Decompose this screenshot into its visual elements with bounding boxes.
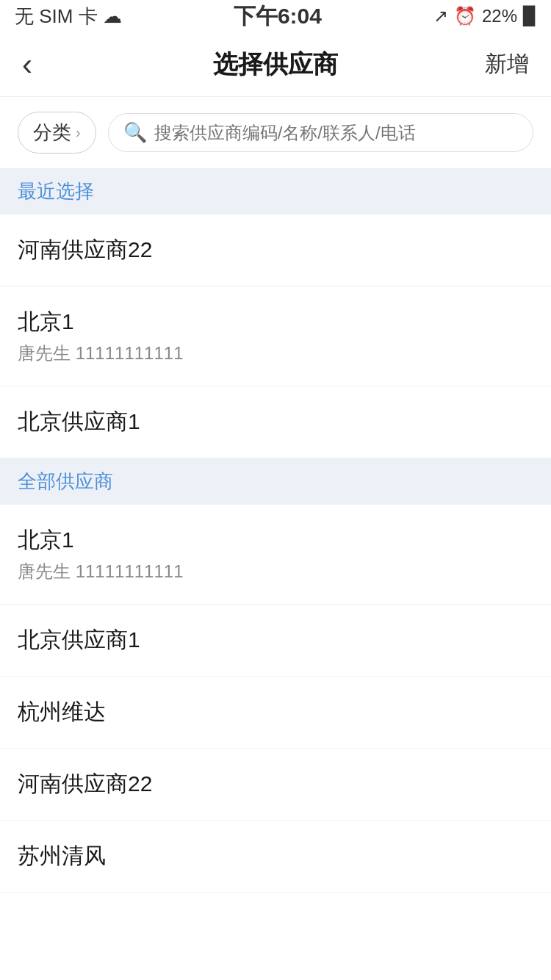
list-item[interactable]: 河南供应商22 xyxy=(0,215,551,287)
category-label: 分类 xyxy=(33,120,71,145)
search-box: 🔍 xyxy=(108,113,533,152)
item-name: 河南供应商22 xyxy=(18,769,533,799)
item-name: 北京供应商1 xyxy=(18,625,533,655)
recent-list: 河南供应商22 北京1 唐先生 11111111111 北京供应商1 xyxy=(0,215,551,458)
all-section-label: 全部供应商 xyxy=(18,470,113,492)
status-bar: 无 SIM 卡 ☁ 下午6:04 ↗ ⏰ 22% ▉ xyxy=(0,0,551,32)
nav-bar: ‹ 选择供应商 新增 xyxy=(0,32,551,97)
all-list: 北京1 唐先生 11111111111 北京供应商1 杭州维达 河南供应商22 … xyxy=(0,505,551,893)
item-name: 北京1 xyxy=(18,307,533,337)
list-item[interactable]: 北京供应商1 xyxy=(0,605,551,677)
list-item[interactable]: 杭州维达 xyxy=(0,677,551,749)
recent-section-label: 最近选择 xyxy=(18,180,94,202)
recent-section-header: 最近选择 xyxy=(0,168,551,215)
search-input[interactable] xyxy=(154,123,518,143)
page-title: 选择供应商 xyxy=(213,48,338,82)
back-button[interactable]: ‹ xyxy=(22,47,66,82)
list-item[interactable]: 北京1 唐先生 11111111111 xyxy=(0,287,551,386)
search-icon: 🔍 xyxy=(123,121,147,144)
battery-label: 22% xyxy=(482,6,517,26)
no-sim-label: 无 SIM 卡 ☁ xyxy=(15,4,122,29)
list-item[interactable]: 北京供应商1 xyxy=(0,386,551,458)
chevron-icon: › xyxy=(76,124,81,141)
category-button[interactable]: 分类 › xyxy=(18,112,96,154)
list-item[interactable]: 北京1 唐先生 11111111111 xyxy=(0,505,551,605)
battery-icon: ▉ xyxy=(523,6,536,26)
item-contact: 唐先生 11111111111 xyxy=(18,342,533,365)
status-time: 下午6:04 xyxy=(234,1,322,32)
add-button[interactable]: 新增 xyxy=(485,49,529,79)
list-item[interactable]: 河南供应商22 xyxy=(0,749,551,821)
filter-bar: 分类 › 🔍 xyxy=(0,97,551,168)
location-icon: ↗ xyxy=(433,6,448,26)
all-section-header: 全部供应商 xyxy=(0,458,551,505)
item-name: 北京供应商1 xyxy=(18,407,533,437)
status-right: ↗ ⏰ 22% ▉ xyxy=(433,6,536,26)
list-item[interactable]: 苏州清风 xyxy=(0,821,551,893)
item-name: 杭州维达 xyxy=(18,697,533,727)
item-name: 北京1 xyxy=(18,525,533,555)
item-name: 苏州清风 xyxy=(18,841,533,871)
item-name: 河南供应商22 xyxy=(18,235,533,265)
item-contact: 唐先生 11111111111 xyxy=(18,560,533,583)
alarm-icon: ⏰ xyxy=(454,6,476,26)
status-left: 无 SIM 卡 ☁ xyxy=(15,4,122,29)
